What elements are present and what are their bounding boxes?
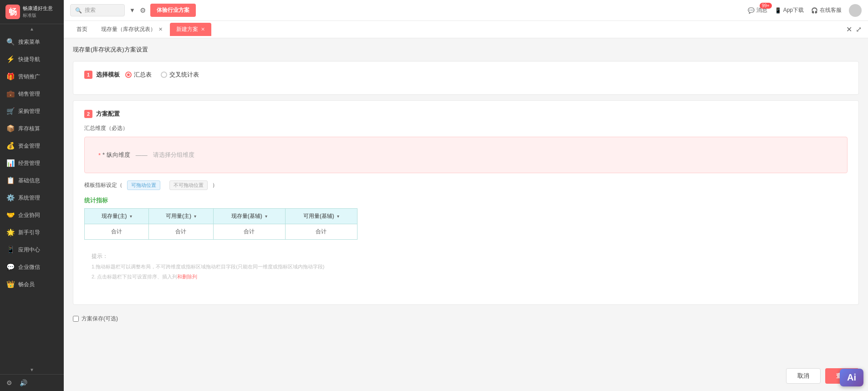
- col1-subtotal: 合计: [85, 224, 149, 240]
- col2-subtotal: 合计: [149, 224, 213, 240]
- radio-summary-dot: [125, 72, 132, 78]
- sidebar-item-label: 基础信息: [18, 177, 40, 185]
- dimension-box[interactable]: * * 纵向维度 —— 请选择分组维度: [84, 137, 848, 173]
- topbar-dropdown-button[interactable]: ▼: [129, 7, 135, 14]
- cancel-button[interactable]: 取消: [786, 368, 821, 384]
- app-version: 标准版: [23, 12, 53, 19]
- tips-title: 提示：: [92, 252, 840, 260]
- step1-header: 1 选择模板 汇总表 交叉统计表: [84, 71, 848, 79]
- expand-panel-button[interactable]: ⤢: [856, 25, 862, 34]
- tab-new-plan-close-icon[interactable]: ✕: [201, 26, 205, 32]
- ai-assistant-badge[interactable]: Ai: [840, 369, 863, 386]
- table-col-3-header[interactable]: 现存量(基辅) ▾: [213, 209, 285, 224]
- sidebar-item-label: 销售管理: [18, 90, 40, 98]
- sidebar-item-sales[interactable]: 💼 销售管理: [0, 85, 64, 103]
- sidebar-item-guide[interactable]: 🌟 新手引导: [0, 224, 64, 241]
- sidebar-item-wechat[interactable]: 💬 企业微信: [0, 258, 64, 276]
- tab-inventory-label: 现存量（库存状况表）: [101, 26, 156, 33]
- settings-footer-icon[interactable]: ⚙: [6, 379, 12, 386]
- radio-cross-dot: [161, 72, 167, 78]
- col4-label: 可用量(基辅): [303, 212, 334, 220]
- col3-label: 现存量(基辅): [231, 212, 262, 220]
- headset-icon: 🎧: [811, 7, 818, 14]
- sidebar-item-operation[interactable]: 📊 经营管理: [0, 154, 64, 172]
- sidebar-item-marketing[interactable]: 🎁 营销推广: [0, 68, 64, 85]
- tabbar: 首页 现存量（库存状况表） ✕ 新建方案 ✕ ✕ ⤢: [64, 21, 868, 38]
- sidebar-item-purchase[interactable]: 🛒 采购管理: [0, 103, 64, 120]
- step2-panel: 2 方案配置 汇总维度（必选） * * 纵向维度 —— 请选择分组维度 模板指标…: [73, 100, 859, 305]
- sidebar-item-system[interactable]: ⚙️ 系统管理: [0, 189, 64, 206]
- non-draggable-badge: 不可拖动位置: [169, 180, 208, 190]
- metrics-settings-close: ）: [212, 181, 218, 189]
- sidebar-item-finance[interactable]: 💰 资金管理: [0, 137, 64, 154]
- sidebar-item-label: 新手引导: [18, 229, 40, 237]
- topbar-settings-icon[interactable]: ⚙: [140, 6, 146, 15]
- sidebar-item-apps[interactable]: 📱 应用中心: [0, 241, 64, 258]
- tab-inventory-close-icon[interactable]: ✕: [158, 26, 163, 32]
- sidebar-nav: 🔍 搜索菜单 ⚡ 快捷导航 🎁 营销推广 💼 销售管理 🛒 采购管理 📦 库存核…: [0, 33, 64, 365]
- metrics-settings-row: 模板指标设定（ 可拖动位置 不可拖动位置 ）: [84, 180, 848, 190]
- col2-label: 可用量(主): [166, 212, 191, 220]
- sidebar-item-label: 经营管理: [18, 159, 40, 167]
- tab-home-label: 首页: [77, 26, 87, 33]
- sidebar-item-member[interactable]: 👑 畅会员: [0, 276, 64, 293]
- close-panel-button[interactable]: ✕: [846, 25, 852, 34]
- sidebar-item-label: 营销推广: [18, 73, 40, 81]
- tips-section: 提示： 1.拖动标题栏可以调整布局，不可跨维度或指标区域拖动栏目字段(只能在同一…: [84, 247, 848, 288]
- search-input-icon: 🔍: [75, 7, 82, 14]
- step2-header: 2 方案配置: [84, 110, 848, 118]
- col3-chevron-icon[interactable]: ▾: [265, 214, 267, 219]
- table-col-1-header[interactable]: 现存量(主) ▾: [85, 209, 149, 224]
- guide-icon: 🌟: [6, 228, 15, 237]
- col4-chevron-icon[interactable]: ▾: [337, 214, 339, 219]
- tab-inventory-status[interactable]: 现存量（库存状况表） ✕: [95, 23, 169, 36]
- purchase-icon: 🛒: [6, 107, 15, 115]
- user-avatar[interactable]: [849, 4, 862, 17]
- sidebar-item-label: 资金管理: [18, 142, 40, 150]
- sidebar-item-basic[interactable]: 📋 基础信息: [0, 172, 64, 189]
- step1-number: 1: [84, 71, 92, 79]
- sidebar-item-inventory[interactable]: 📦 库存核算: [0, 120, 64, 137]
- tab-home[interactable]: 首页: [70, 23, 94, 36]
- sidebar-item-shortcut[interactable]: ⚡ 快捷导航: [0, 51, 64, 68]
- topbar-search-box[interactable]: 🔍 搜索: [70, 4, 125, 16]
- wechat-icon: 💬: [6, 263, 15, 271]
- inventory-icon: 📦: [6, 124, 15, 133]
- basic-icon: 📋: [6, 176, 15, 185]
- online-service-button[interactable]: 🎧 在线客服: [811, 6, 842, 14]
- sidebar-item-label: 快捷导航: [18, 56, 40, 63]
- radio-cross[interactable]: 交叉统计表: [161, 71, 199, 79]
- sidebar-item-search[interactable]: 🔍 搜索菜单: [0, 33, 64, 51]
- main-content: 现存量(库存状况表)方案设置 1 选择模板 汇总表 交叉统计表: [64, 38, 868, 391]
- tab-new-plan[interactable]: 新建方案 ✕: [170, 23, 211, 36]
- radio-cross-label: 交叉统计表: [169, 71, 199, 79]
- app-download-label: App下载: [783, 6, 804, 14]
- step1-label: 选择模板: [96, 71, 120, 79]
- sidebar-scroll-up[interactable]: ▲: [0, 24, 64, 33]
- sidebar-item-label: 企业协同: [18, 211, 40, 219]
- sidebar-item-label: 系统管理: [18, 194, 40, 202]
- save-option-label: 方案保存(可选): [82, 315, 118, 323]
- operation-icon: 📊: [6, 159, 15, 167]
- search-icon: 🔍: [6, 38, 15, 46]
- radio-summary[interactable]: 汇总表: [125, 71, 152, 79]
- sidebar-item-label: 企业微信: [18, 263, 40, 271]
- app-download-button[interactable]: 📱 App下载: [775, 6, 804, 14]
- sidebar-item-label: 畅会员: [18, 281, 35, 288]
- main-area: 🔍 搜索 ▼ ⚙ 体验行业方案 💬 消息 99+ 📱 App下载 🎧 在线客服: [64, 0, 868, 391]
- message-button[interactable]: 💬 消息 99+: [748, 6, 767, 14]
- try-industry-button[interactable]: 体验行业方案: [150, 4, 196, 17]
- table-col-4-header[interactable]: 可用量(基辅) ▾: [285, 209, 357, 224]
- member-icon: 👑: [6, 280, 15, 288]
- topbar: 🔍 搜索 ▼ ⚙ 体验行业方案 💬 消息 99+ 📱 App下载 🎧 在线客服: [64, 0, 868, 21]
- sidebar-item-agreement[interactable]: 🤝 企业协同: [0, 206, 64, 224]
- phone-icon: 📱: [775, 7, 781, 14]
- tab-new-plan-label: 新建方案: [176, 26, 198, 33]
- col2-chevron-icon[interactable]: ▾: [194, 214, 196, 219]
- sidebar-scroll-down[interactable]: ▼: [0, 365, 64, 374]
- table-col-2-header[interactable]: 可用量(主) ▾: [149, 209, 213, 224]
- online-service-label: 在线客服: [820, 6, 842, 14]
- save-option-checkbox[interactable]: [73, 316, 79, 322]
- col1-chevron-icon[interactable]: ▾: [130, 214, 132, 219]
- speaker-footer-icon[interactable]: 🔊: [20, 379, 27, 386]
